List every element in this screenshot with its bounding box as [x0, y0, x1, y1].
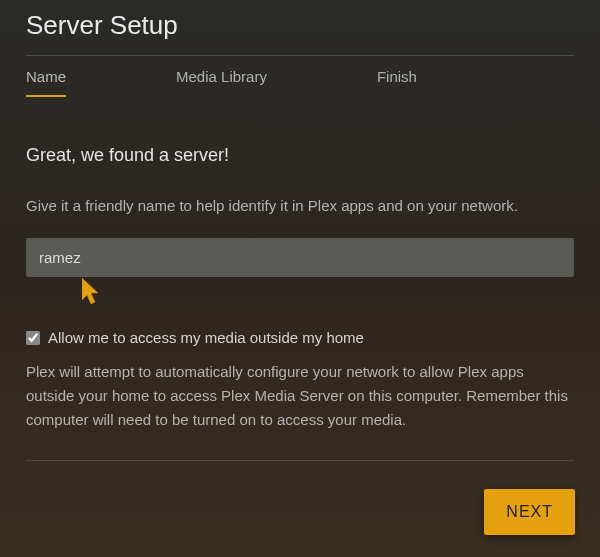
found-server-heading: Great, we found a server! [26, 145, 574, 166]
name-description: Give it a friendly name to help identify… [26, 194, 574, 218]
wizard-tabs: Name Media Library Finish [26, 55, 574, 105]
access-outside-label: Allow me to access my media outside my h… [48, 329, 364, 346]
next-button[interactable]: NEXT [484, 489, 575, 535]
page-title: Server Setup [26, 10, 574, 41]
divider [26, 460, 574, 461]
access-outside-explain: Plex will attempt to automatically confi… [26, 360, 574, 432]
tab-media-library[interactable]: Media Library [176, 68, 267, 97]
tab-name[interactable]: Name [26, 68, 66, 97]
tab-finish[interactable]: Finish [377, 68, 417, 97]
server-name-input[interactable] [26, 238, 574, 277]
access-outside-checkbox[interactable] [26, 331, 40, 345]
